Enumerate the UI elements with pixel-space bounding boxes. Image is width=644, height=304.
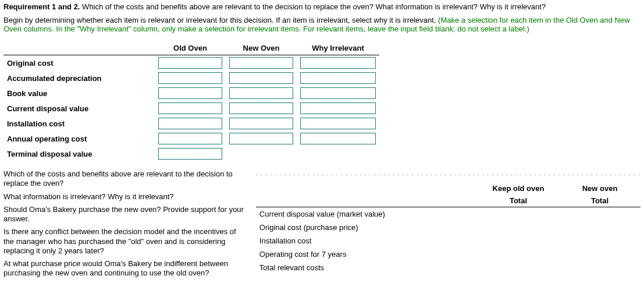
question-item: Which of the costs and benefits above ar…	[3, 169, 244, 189]
relevance-table: Old Oven New Oven Why Irrelevant Origina…	[3, 41, 379, 161]
row-label: Installation cost	[256, 234, 478, 248]
new-oven-input[interactable]	[229, 102, 293, 114]
new-oven-input[interactable]	[229, 133, 293, 144]
table-row: Total relevant costs	[256, 261, 641, 274]
table-row: Original cost	[3, 55, 379, 71]
table-row: Original cost (purchase price)	[256, 221, 641, 234]
old-oven-input[interactable]	[158, 148, 222, 160]
row-label: Accumulated depreciation	[3, 70, 155, 86]
why-irrelevant-input[interactable]	[300, 118, 376, 129]
old-oven-input[interactable]	[158, 133, 222, 144]
row-label: Operating cost for 7 years	[256, 248, 478, 261]
instructions-black: Begin by determining whether each item i…	[3, 16, 438, 24]
table-row: Book value	[3, 86, 379, 101]
table-row: Current disposal value (market value)	[256, 207, 641, 221]
row-label: Book value	[3, 86, 155, 101]
row-label: Original cost	[3, 55, 155, 71]
col-old-oven: Old Oven	[155, 41, 226, 55]
truncated-text-fragment: . . . . . . . . . . . . . . . . . . . . …	[256, 169, 641, 176]
requirement-text: Which of the costs and benefits above ar…	[82, 2, 546, 11]
row-label: Installation cost	[3, 116, 155, 131]
row-label: Terminal disposal value	[3, 146, 155, 161]
new-oven-input[interactable]	[229, 87, 293, 99]
table-row: Installation cost	[256, 234, 641, 248]
col-why-irrelevant: Why Irrelevant	[297, 41, 379, 55]
row-label: Current disposal value	[3, 101, 155, 116]
row-label: Current disposal value (market value)	[256, 207, 478, 221]
col-total: Total	[559, 195, 641, 207]
row-label: Total relevant costs	[256, 261, 478, 274]
why-irrelevant-input[interactable]	[300, 102, 376, 114]
why-irrelevant-input[interactable]	[300, 57, 376, 69]
col-new-oven: New Oven	[226, 41, 297, 55]
why-irrelevant-input[interactable]	[300, 133, 376, 144]
question-list: Which of the costs and benefits above ar…	[3, 169, 244, 282]
table-row: Annual operating cost	[3, 131, 379, 146]
old-oven-input[interactable]	[158, 87, 222, 99]
old-oven-input[interactable]	[158, 102, 222, 114]
col-new-oven: New oven	[559, 182, 641, 195]
why-irrelevant-input[interactable]	[300, 72, 376, 84]
old-oven-input[interactable]	[158, 72, 222, 84]
table-row: Installation cost	[3, 116, 379, 131]
row-label: Annual operating cost	[3, 131, 155, 146]
col-keep-old: Keep old oven	[478, 182, 559, 195]
new-oven-input[interactable]	[229, 72, 293, 84]
col-total: Total	[478, 195, 559, 207]
instructions: Begin by determining whether each item i…	[3, 16, 641, 33]
old-oven-input[interactable]	[158, 57, 222, 69]
question-item: What information is irrelevant? Why is i…	[3, 192, 244, 202]
table-row: Terminal disposal value	[3, 146, 379, 161]
why-irrelevant-input[interactable]	[300, 87, 376, 99]
cost-comparison-table: Keep old oven New oven Total Total Curre…	[256, 182, 641, 274]
requirement-label: Requirement 1 and 2.	[3, 2, 80, 11]
table-row: Operating cost for 7 years	[256, 248, 641, 261]
new-oven-input[interactable]	[229, 118, 293, 129]
question-item: Should Oma's Bakery purchase the new ove…	[3, 205, 244, 224]
question-item: Is there any conflict between the decisi…	[3, 227, 244, 256]
old-oven-input[interactable]	[158, 118, 222, 129]
table-row: Accumulated depreciation	[3, 70, 379, 86]
question-item: At what purchase price would Oma's Baker…	[3, 259, 244, 278]
requirement-heading: Requirement 1 and 2. Which of the costs …	[3, 2, 641, 11]
row-label: Original cost (purchase price)	[256, 221, 478, 234]
new-oven-input[interactable]	[229, 57, 293, 69]
table-row: Current disposal value	[3, 101, 379, 116]
